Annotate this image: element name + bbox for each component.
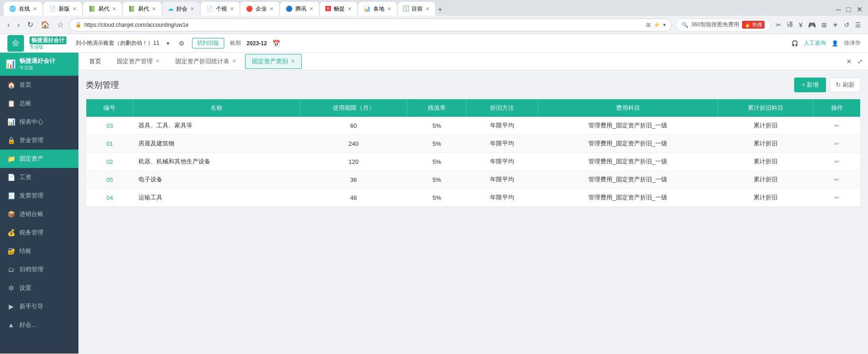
cell-action-4[interactable]: ✏ bbox=[814, 189, 860, 207]
browser-tab-5[interactable]: 📄 个税 ✕ bbox=[201, 2, 239, 16]
page-tab-depreciation-close[interactable]: ✕ bbox=[232, 58, 236, 64]
sidebar-item-guide[interactable]: ▶ 新手引导 bbox=[0, 297, 78, 316]
tab-favicon-2: 📗 bbox=[89, 6, 96, 12]
game-icon[interactable]: 🎮 bbox=[807, 20, 817, 30]
cell-accum-1: 累计折旧 bbox=[718, 135, 814, 153]
tab-close-3[interactable]: ✕ bbox=[152, 6, 156, 12]
page-tab-home[interactable]: 首页 bbox=[82, 54, 108, 69]
tab-close-7[interactable]: ✕ bbox=[309, 6, 313, 12]
cell-code-4[interactable]: 04 bbox=[86, 189, 133, 207]
browser-tab-9[interactable]: 📊 各地 ✕ bbox=[358, 2, 397, 16]
currency-icon[interactable]: ¥ bbox=[797, 20, 804, 30]
cell-code-1[interactable]: 01 bbox=[86, 135, 133, 153]
tab-close-0[interactable]: ✕ bbox=[33, 6, 37, 12]
page-tab-category[interactable]: 固定资产类别 ✕ bbox=[245, 54, 302, 69]
edit-icon-4[interactable]: ✏ bbox=[834, 194, 839, 201]
sidebar-item-home[interactable]: 🏠 首页 bbox=[0, 76, 78, 94]
browser-tab-4[interactable]: ☁ 好会 ✕ bbox=[162, 2, 200, 16]
window-expand-btn[interactable]: ⤢ bbox=[856, 56, 864, 66]
tab-favicon-0: 🌐 bbox=[9, 6, 16, 12]
user-dropdown-arrow[interactable]: ▾ bbox=[165, 38, 171, 48]
browser-tab-6[interactable]: 🔴 企业 ✕ bbox=[240, 2, 279, 16]
dropdown-icon[interactable]: ▾ bbox=[663, 22, 666, 28]
back-button[interactable]: ‹ bbox=[6, 19, 12, 31]
cell-code-0[interactable]: 03 bbox=[86, 117, 133, 135]
sidebar-item-invoice[interactable]: 🧾 发票管理 bbox=[0, 186, 78, 205]
consult-icon: 🎧 bbox=[791, 40, 798, 47]
search-bar[interactable]: 🔍 360智能抠图免费用 🔥 热搜 bbox=[676, 18, 771, 31]
edit-icon-3[interactable]: ✏ bbox=[834, 176, 839, 183]
sidebar-item-more[interactable]: ▲ 好会... bbox=[0, 316, 78, 334]
sidebar-item-inventory[interactable]: 📦 进销台账 bbox=[0, 205, 78, 223]
sidebar-item-payroll[interactable]: 📄 工资 bbox=[0, 168, 78, 186]
window-close-btn[interactable]: ✕ bbox=[845, 56, 853, 66]
tab-close-6[interactable]: ✕ bbox=[269, 6, 274, 12]
tab-close-2[interactable]: ✕ bbox=[112, 6, 116, 12]
new-tab-button[interactable]: + bbox=[436, 4, 444, 16]
browser-tab-0[interactable]: 🌐 在线 ✕ bbox=[4, 2, 42, 16]
home-button[interactable]: 🏠 bbox=[39, 18, 52, 31]
settings-icon: ⚙ bbox=[7, 284, 15, 292]
cell-action-1[interactable]: ✏ bbox=[814, 135, 860, 153]
browser-tab-10[interactable]: 🅂 目前 ✕ bbox=[398, 2, 435, 16]
sidebar-item-settings[interactable]: ⚙ 设置 bbox=[0, 279, 78, 297]
sidebar-logo-sub: 专业版 bbox=[19, 65, 55, 71]
browser-tab-7[interactable]: 🔵 腾讯 ✕ bbox=[280, 2, 319, 16]
browser-tab-2[interactable]: 📗 易代 ✕ bbox=[83, 2, 122, 16]
add-button[interactable]: + 新增 bbox=[794, 78, 826, 92]
page-tab-depreciation[interactable]: 固定资产折旧统计表 ✕ bbox=[168, 54, 243, 69]
sidebar-item-fixed[interactable]: 📁 固定资产 bbox=[0, 150, 78, 168]
switch-to-old-btn[interactable]: 切到旧版 bbox=[192, 38, 224, 48]
edit-icon-2[interactable]: ✏ bbox=[834, 158, 839, 165]
consult-label[interactable]: 人工咨询 bbox=[804, 39, 826, 47]
address-bar[interactable]: 🔒 https://cloud.chanjet.com/accounting/u… bbox=[69, 18, 672, 31]
sidebar-item-tax[interactable]: 💰 税务管理 bbox=[0, 223, 78, 242]
translate-icon[interactable]: 译 bbox=[785, 19, 795, 30]
forward-button[interactable]: › bbox=[15, 19, 21, 31]
page-tab-fixed-mgmt-close[interactable]: ✕ bbox=[156, 58, 160, 64]
bookmark-button[interactable]: ☆ bbox=[55, 18, 66, 31]
close-window-button[interactable]: ✕ bbox=[855, 3, 864, 16]
cell-code-2[interactable]: 02 bbox=[86, 153, 133, 171]
menu-icon[interactable]: ☰ bbox=[854, 20, 862, 30]
tab-favicon-7: 🔵 bbox=[286, 6, 293, 12]
reload-button[interactable]: ↻ bbox=[25, 18, 35, 31]
edit-icon-1[interactable]: ✏ bbox=[834, 140, 839, 147]
cell-action-0[interactable]: ✏ bbox=[814, 117, 860, 135]
tab-close-4[interactable]: ✕ bbox=[190, 6, 194, 12]
user-demo-text: 刘小艳演示账套（勿删勿动！）11 bbox=[76, 39, 159, 47]
sidebar-item-archive[interactable]: 🗂 归档管理 bbox=[0, 260, 78, 279]
cell-action-2[interactable]: ✏ bbox=[814, 153, 860, 171]
sidebar-item-funds[interactable]: 🔒 资金管理 bbox=[0, 131, 78, 150]
sidebar-item-ledger[interactable]: 📋 总账 bbox=[0, 94, 78, 113]
grid-icon[interactable]: ⊞ bbox=[820, 20, 828, 30]
tab-close-1[interactable]: ✕ bbox=[72, 6, 77, 12]
sidebar-item-closing[interactable]: 🔐 结账 bbox=[0, 242, 78, 260]
username-text: 徐泽华 bbox=[844, 39, 861, 47]
browser-tab-1[interactable]: 📄 新版 ✕ bbox=[43, 2, 82, 16]
tab-close-5[interactable]: ✕ bbox=[230, 6, 234, 12]
browser-tab-8[interactable]: 🅼 畅提 ✕ bbox=[320, 2, 357, 16]
undo-icon[interactable]: ↺ bbox=[843, 20, 851, 30]
sidebar-item-reports[interactable]: 📊 报表中心 bbox=[0, 113, 78, 131]
tab-close-10[interactable]: ✕ bbox=[425, 6, 430, 12]
maximize-button[interactable]: □ bbox=[844, 3, 853, 16]
browser-tab-3[interactable]: 📗 易代 ✕ bbox=[123, 2, 162, 16]
sidebar-logo: 📊 畅捷通好会计 专业版 bbox=[0, 53, 78, 76]
minimize-button[interactable]: ─ bbox=[834, 3, 843, 16]
page-tab-fixed-mgmt[interactable]: 固定资产管理 ✕ bbox=[110, 54, 167, 69]
scissors-icon[interactable]: ✂ bbox=[774, 20, 783, 30]
cell-code-3[interactable]: 05 bbox=[86, 171, 133, 189]
page-tab-category-close[interactable]: ✕ bbox=[291, 58, 295, 64]
edit-icon-0[interactable]: ✏ bbox=[834, 122, 839, 129]
page-title-row: 类别管理 + 新增 ↻ 刷新 bbox=[86, 78, 861, 92]
brightness-icon[interactable]: ☀ bbox=[831, 20, 840, 30]
tab-close-9[interactable]: ✕ bbox=[387, 6, 391, 12]
settings-gear-icon[interactable]: ⚙ bbox=[177, 38, 186, 49]
calendar-icon[interactable]: 📅 bbox=[272, 40, 280, 47]
refresh-button[interactable]: ↻ 刷新 bbox=[830, 78, 861, 92]
cell-action-3[interactable]: ✏ bbox=[814, 171, 860, 189]
ssl-lock-icon: 🔒 bbox=[75, 22, 82, 28]
tab-close-8[interactable]: ✕ bbox=[347, 6, 352, 12]
app-container: 📊 畅捷通好会计 专业版 🏠 首页 📋 总账 📊 报表中心 🔒 资金管理 📁 固… bbox=[0, 53, 868, 354]
